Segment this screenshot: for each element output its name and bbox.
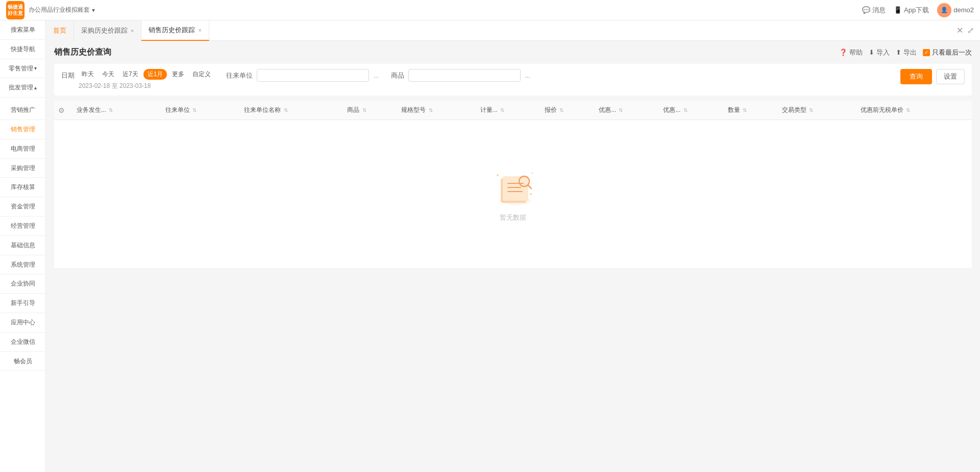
sidebar-item-capital[interactable]: 资金管理 (0, 197, 45, 217)
sidebar-label-retail-mgmt: 零售管理 (9, 64, 33, 73)
date-btn-yesterday[interactable]: 昨天 (79, 69, 97, 80)
date-btn-last7days[interactable]: 近7天 (119, 69, 141, 80)
sidebar-item-guide[interactable]: 新手引导 (0, 294, 45, 313)
sidebar-label-search-menu: 搜索菜单 (11, 26, 35, 33)
tab-purchase-history[interactable]: 采购历史价跟踪 × (74, 20, 141, 41)
table-col-unit[interactable]: 计量... ⇅ (476, 101, 541, 120)
sidebar-label-basic-info: 基础信息 (11, 242, 35, 249)
sidebar-item-purchase-mgmt[interactable]: 采购管理 (0, 159, 45, 178)
user-profile[interactable]: 👤 demo2 (937, 3, 974, 17)
col-spec-label: 规格型号 (401, 106, 426, 113)
query-button[interactable]: 查询 (900, 69, 932, 84)
filter-actions: 查询 设置 (900, 69, 965, 84)
table-col-quote[interactable]: 报价 ⇅ (541, 101, 595, 120)
sidebar-item-system[interactable]: 系统管理 (0, 255, 45, 275)
table-col-settings: ⚙ (54, 101, 72, 120)
avatar-icon: 👤 (941, 7, 948, 13)
sidebar-item-wechat[interactable]: 企业微信 (0, 333, 45, 352)
date-btn-more[interactable]: 更多 (169, 69, 187, 80)
help-label: 帮助 (849, 48, 863, 57)
sidebar-item-retail-mgmt[interactable]: 零售管理 ▾ (0, 59, 45, 79)
page-content: 销售历史价查询 ❓ 帮助 ⬇ 导入 ⬆ 导出 (46, 41, 980, 472)
expand-icon[interactable]: ⤢ (967, 26, 974, 35)
table-col-discount1[interactable]: 优惠... ⇅ (595, 101, 659, 120)
filter-group-date: 日期 昨天 今天 近7天 近1月 更多 自定义 2023-02-18 至 202… (61, 69, 214, 90)
sidebar-item-search-menu[interactable]: 搜索菜单 (0, 20, 45, 40)
table-col-spec[interactable]: 规格型号 ⇅ (397, 101, 476, 120)
top-bar-left: 畅捷通好生意 办公用品行业模拟账套 ▾ (6, 1, 95, 19)
top-bar: 畅捷通好生意 办公用品行业模拟账套 ▾ 💬 消息 📱 App下载 👤 demo2 (0, 0, 980, 20)
table-col-partner-name[interactable]: 往来单位名称 ⇅ (240, 101, 343, 120)
tab-actions: ✕ ⤢ (957, 26, 980, 35)
table-col-discount2[interactable]: 优惠... ⇅ (659, 101, 723, 120)
only-last-checkbox-wrap[interactable]: ✓ 只看最后一次 (923, 48, 972, 57)
sidebar-item-vip[interactable]: 畅会员 (0, 352, 45, 371)
date-btn-custom[interactable]: 自定义 (189, 69, 214, 80)
sidebar-label-ecommerce: 电商管理 (11, 145, 35, 152)
message-action[interactable]: 💬 消息 (862, 6, 886, 15)
partner-input[interactable] (257, 69, 369, 82)
sidebar-item-wholesale-mgmt[interactable]: 批发管理 ▴ (0, 78, 45, 98)
date-btn-last1month[interactable]: 近1月 (143, 69, 167, 80)
sidebar-label-operations: 经营管理 (11, 222, 35, 229)
goods-input-wrap: ... (408, 69, 530, 82)
only-last-checkbox[interactable]: ✓ (923, 49, 930, 56)
table-col-trade-type[interactable]: 交易类型 ⇅ (778, 101, 856, 120)
table-col-goods[interactable]: 商品 ⇅ (343, 101, 397, 120)
col-unit-sort-icon: ⇅ (500, 107, 504, 113)
sidebar-item-sales-mgmt[interactable]: 销售管理 (0, 120, 45, 139)
empty-state-icon (487, 166, 538, 207)
sidebar-item-marketing[interactable]: 营销推广 (0, 98, 45, 120)
col-quote-sort-icon: ⇅ (559, 107, 564, 113)
col-spec-sort-icon: ⇅ (429, 107, 433, 113)
import-action[interactable]: ⬇ 导入 (869, 48, 890, 57)
sidebar-label-guide: 新手引导 (11, 299, 35, 306)
sidebar-label-wechat: 企业微信 (11, 338, 35, 345)
goods-dots-icon[interactable]: ... (525, 72, 530, 79)
col-quote-label: 报价 (545, 106, 557, 113)
app-download-action[interactable]: 📱 App下载 (894, 6, 929, 15)
sidebar-item-ecommerce[interactable]: 电商管理 (0, 139, 45, 159)
date-buttons: 昨天 今天 近7天 近1月 更多 自定义 (79, 69, 214, 80)
empty-text: 暂无数据 (500, 213, 526, 222)
col-goods-sort-icon: ⇅ (362, 107, 366, 113)
col-pretax-price-label: 优惠前无税单价 (861, 106, 903, 113)
import-label: 导入 (876, 48, 890, 57)
app-selector-dropdown[interactable]: 办公用品行业模拟账套 ▾ (29, 6, 95, 14)
export-action[interactable]: ⬆ 导出 (896, 48, 917, 57)
col-qty-label: 数量 (728, 106, 740, 113)
tab-home[interactable]: 首页 (46, 20, 74, 41)
sidebar-label-marketing: 营销推广 (11, 106, 35, 113)
gear-icon[interactable]: ⚙ (58, 106, 65, 114)
date-btn-today[interactable]: 今天 (99, 69, 117, 80)
sidebar-item-app-center[interactable]: 应用中心 (0, 313, 45, 333)
sidebar-item-quick-nav[interactable]: 快捷导航 (0, 40, 45, 59)
settings-button[interactable]: 设置 (936, 69, 965, 84)
sidebar-item-enterprise[interactable]: 企业协同 (0, 274, 45, 294)
table-col-partner[interactable]: 往来单位 ⇅ (161, 101, 240, 120)
sidebar: 搜索菜单 快捷导航 零售管理 ▾ 批发管理 ▴ 营销推广 销售管理 电商管理 采 (0, 20, 46, 472)
sidebar-item-operations[interactable]: 经营管理 (0, 217, 45, 236)
date-filter-label: 日期 (61, 69, 75, 80)
tab-sales-history-close-icon[interactable]: × (198, 27, 201, 33)
sidebar-item-basic-info[interactable]: 基础信息 (0, 236, 45, 255)
header-actions: ❓ 帮助 ⬇ 导入 ⬆ 导出 ✓ 只看最后一 (839, 48, 972, 57)
empty-illustration (487, 166, 538, 207)
goods-input[interactable] (408, 69, 521, 82)
tab-purchase-history-close-icon[interactable]: × (131, 28, 134, 34)
partner-dots-icon[interactable]: ... (373, 72, 379, 79)
sidebar-item-inventory[interactable]: 库存核算 (0, 178, 45, 197)
table-col-qty[interactable]: 数量 ⇅ (724, 101, 778, 120)
sidebar-label-purchase-mgmt: 采购管理 (11, 164, 35, 172)
message-label: 消息 (872, 6, 886, 15)
col-unit-label: 计量... (480, 106, 498, 113)
goods-filter-label: 商品 (391, 69, 404, 80)
col-partner-name-label: 往来单位名称 (244, 106, 281, 113)
col-discount2-label: 优惠... (663, 106, 680, 113)
tab-sales-history[interactable]: 销售历史价跟踪 × (141, 20, 209, 41)
help-action[interactable]: ❓ 帮助 (839, 48, 863, 57)
table-col-biz-date[interactable]: 业务发生... ⇅ (72, 101, 161, 120)
table-col-pretax-price[interactable]: 优惠前无税单价 ⇅ (856, 101, 972, 120)
close-all-tabs-icon[interactable]: ✕ (957, 26, 963, 35)
tab-purchase-history-label: 采购历史价跟踪 (81, 26, 128, 35)
